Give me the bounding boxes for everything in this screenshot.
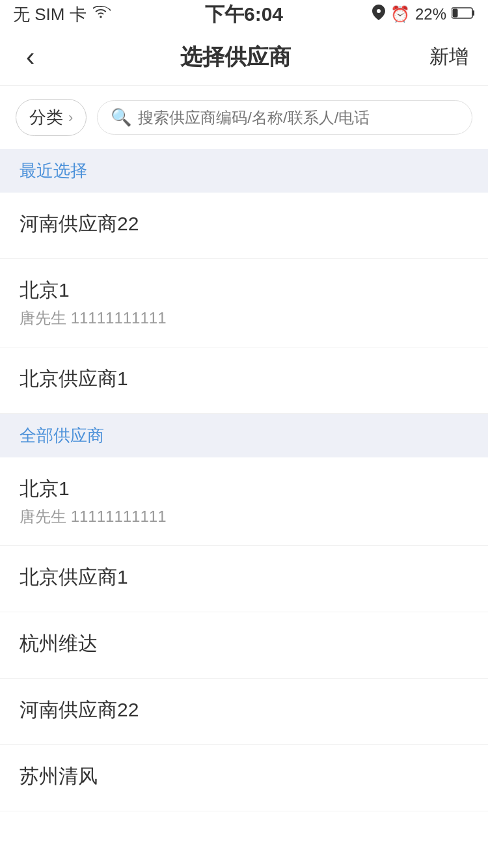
list-item[interactable]: 河南供应商22	[0, 679, 488, 745]
item-contact: 唐先生 11111111111	[20, 506, 468, 527]
recent-list: 河南供应商22北京1唐先生 11111111111北京供应商1	[0, 193, 488, 414]
item-name: 北京1	[20, 476, 468, 502]
list-item[interactable]: 北京供应商1	[0, 347, 488, 414]
svg-rect-2	[453, 9, 458, 18]
battery-label: 22%	[415, 5, 446, 23]
all-section-header: 全部供应商	[0, 414, 488, 457]
item-contact: 唐先生 11111111111	[20, 308, 468, 329]
all-section-label: 全部供应商	[20, 426, 104, 445]
status-right: ⏰ 22%	[372, 5, 475, 24]
list-item[interactable]: 北京供应商1	[0, 546, 488, 612]
carrier-label: 无 SIM 卡	[13, 3, 87, 26]
wifi-icon	[93, 5, 111, 25]
status-bar: 无 SIM 卡 下午6:04 ⏰ 22%	[0, 0, 488, 29]
status-time: 下午6:04	[205, 1, 283, 28]
chevron-right-icon: ›	[68, 109, 73, 126]
list-item[interactable]: 杭州维达	[0, 612, 488, 679]
location-icon	[372, 5, 385, 24]
filter-bar: 分类 › 🔍	[0, 86, 488, 149]
recent-section-label: 最近选择	[20, 161, 87, 180]
item-name: 河南供应商22	[20, 697, 468, 724]
nav-bar: ‹ 选择供应商 新增	[0, 29, 488, 86]
search-icon: 🔍	[111, 107, 131, 128]
search-bar: 🔍	[97, 100, 472, 135]
back-button[interactable]: ‹	[20, 36, 41, 78]
item-name: 杭州维达	[20, 631, 468, 657]
all-list: 北京1唐先生 11111111111北京供应商1杭州维达河南供应商22苏州清风	[0, 457, 488, 811]
list-item[interactable]: 北京1唐先生 11111111111	[0, 259, 488, 347]
page-title: 选择供应商	[180, 42, 291, 72]
list-item[interactable]: 河南供应商22	[0, 193, 488, 259]
search-input[interactable]	[138, 109, 459, 127]
list-item[interactable]: 苏州清风	[0, 745, 488, 811]
list-item[interactable]: 北京1唐先生 11111111111	[0, 457, 488, 546]
item-name: 北京供应商1	[20, 564, 468, 591]
item-name: 北京供应商1	[20, 366, 468, 392]
alarm-icon: ⏰	[390, 5, 410, 23]
category-button[interactable]: 分类 ›	[16, 99, 87, 136]
status-left: 无 SIM 卡	[13, 3, 111, 26]
category-label: 分类	[29, 106, 63, 129]
item-name: 河南供应商22	[20, 211, 468, 237]
recent-section-header: 最近选择	[0, 149, 488, 193]
item-name: 北京1	[20, 277, 468, 304]
item-name: 苏州清风	[20, 763, 468, 790]
add-button[interactable]: 新增	[429, 44, 468, 70]
battery-icon	[452, 5, 475, 23]
svg-rect-1	[472, 10, 474, 16]
